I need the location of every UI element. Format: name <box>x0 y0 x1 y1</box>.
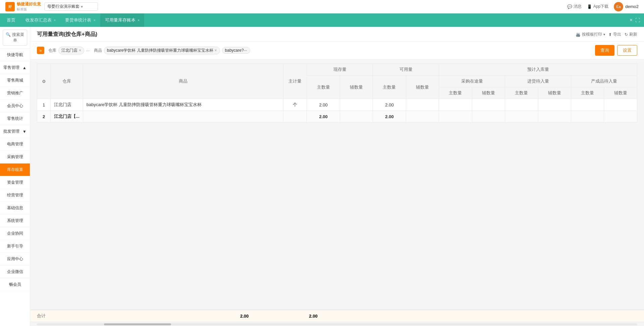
row1-avail-main: 2.00 <box>373 99 406 111</box>
th-available-group: 可用量 <box>373 64 439 76</box>
row2-arrival-main <box>505 111 538 123</box>
row1-stock-aux <box>340 99 373 111</box>
table-row: 2 江北门店【... 2.00 2.00 <box>37 111 637 123</box>
sidebar-item-wholesale[interactable]: 批发管理 ▼ <box>0 125 30 138</box>
warehouse-tag[interactable]: 江北门店 × <box>58 47 84 54</box>
row1-production-main <box>571 99 604 111</box>
total-available-main: 2.00 <box>309 314 317 319</box>
th-warehouse: 仓库 <box>51 64 83 99</box>
sidebar-item-retail-mgmt[interactable]: 零售管理 ▲ <box>0 61 30 74</box>
sidebar-item-retail-mall[interactable]: 零售商城 <box>0 74 30 87</box>
row2-index: 2 <box>37 111 51 123</box>
print-btn[interactable]: 🖨️ 按模板打印 ▾ <box>576 32 605 37</box>
th-unit: 主计量 <box>283 64 307 99</box>
filter-actions: 查询 设置 <box>595 45 637 56</box>
fullscreen-btn[interactable]: ⛶ <box>635 17 640 23</box>
sidebar-item-enterprise[interactable]: 企业协同 <box>0 227 30 240</box>
warehouse-dots[interactable]: ··· <box>86 48 90 53</box>
page-actions: 🖨️ 按模板打印 ▾ ⬆ 导出 ↻ 刷新 <box>576 32 637 37</box>
chevron-down-icon: ▾ <box>81 4 83 9</box>
row2-stock-main: 2.00 <box>307 111 340 123</box>
sidebar-item-ecommerce[interactable]: 电商管理 <box>0 138 30 151</box>
close-tab-receive[interactable]: × <box>54 18 56 22</box>
export-btn[interactable]: ⬆ 导出 <box>608 32 621 37</box>
sidebar-item-vip[interactable]: 畅会员 <box>0 278 30 291</box>
message-btn[interactable]: 💬 消息 <box>567 4 582 9</box>
row2-production-main <box>571 111 604 123</box>
sidebar-item-newbie[interactable]: 新手引导 <box>0 240 30 253</box>
close-all-tabs[interactable]: × <box>630 17 633 23</box>
remove-warehouse-tag[interactable]: × <box>79 48 81 53</box>
close-tab-order[interactable]: × <box>93 18 95 22</box>
query-button[interactable]: 查询 <box>595 45 614 56</box>
th-purchase-main: 主数量 <box>439 87 472 99</box>
search-menu-btn[interactable]: 🔍 搜索菜单 <box>3 30 27 46</box>
sidebar-item-operations[interactable]: 经营管理 <box>0 189 30 202</box>
top-bar-right: 💬 消息 📱 App下载 Ea demo2 <box>567 2 639 11</box>
tab-order[interactable]: 要货单统计表 × <box>60 13 100 27</box>
chevron-right-icon: » <box>39 48 42 53</box>
table-wrapper: ⚙ 仓库 商品 主计量 现存量 <box>30 59 644 310</box>
row1-arrival-aux <box>538 99 571 111</box>
refresh-btn[interactable]: ↻ 刷新 <box>625 32 637 37</box>
row2-product <box>83 111 283 123</box>
th-stock-group: 现存量 <box>307 64 373 76</box>
row2-avail-aux <box>406 111 439 123</box>
row2-unit <box>283 111 307 123</box>
print-icon: 🖨️ <box>576 32 581 37</box>
message-icon: 💬 <box>567 4 572 9</box>
app-icon: 📱 <box>587 4 592 9</box>
product-field: 商品 babycare学饮杯 儿童防摔防撞吸管杯重力球吸嘴杯宝宝水杯 × bab… <box>94 47 250 54</box>
scrollbar-area <box>30 322 644 326</box>
logo-text: 畅捷通好生意 标准版 <box>17 1 41 12</box>
sidebar-item-finance[interactable]: 资金管理 <box>0 176 30 189</box>
remove-product-tag1[interactable]: × <box>215 48 217 53</box>
search-icon: 🔍 <box>6 32 11 37</box>
page-header: 可用量查询(按仓库+商品) 🖨️ 按模板打印 ▾ ⬆ 导出 ↻ 刷新 <box>30 27 644 42</box>
refresh-icon: ↻ <box>625 32 628 37</box>
tab-receive[interactable]: 收发存汇总表 × <box>21 13 60 27</box>
content-area: 可用量查询(按仓库+商品) 🖨️ 按模板打印 ▾ ⬆ 导出 ↻ 刷新 <box>30 27 644 326</box>
sidebar-item-quick-nav[interactable]: 快捷导航 <box>0 49 30 61</box>
data-table: ⚙ 仓库 商品 主计量 现存量 <box>37 63 637 123</box>
th-gear[interactable]: ⚙ <box>37 64 51 99</box>
sidebar-item-retail-stats[interactable]: 零售统计 <box>0 112 30 125</box>
company-selector[interactable]: 母婴行业演示账套 ▾ <box>44 2 98 11</box>
chevron-down-icon: ▾ <box>603 33 605 36</box>
row2-warehouse: 江北门店【... <box>51 111 83 123</box>
th-production-aux: 辅数量 <box>604 87 637 99</box>
row1-purchase-main <box>439 99 472 111</box>
sidebar-item-wechat[interactable]: 企业微信 <box>0 266 30 278</box>
sidebar-item-inventory[interactable]: 库存核算 <box>0 164 30 176</box>
tab-home[interactable]: 首页 <box>1 13 21 27</box>
sidebar-item-system[interactable]: 系统管理 <box>0 215 30 227</box>
filter-expand-btn[interactable]: » <box>37 47 44 54</box>
tab-available[interactable]: 可用量库存账本 × <box>100 13 144 27</box>
sidebar-item-appstore[interactable]: 应用中心 <box>0 253 30 266</box>
logo-icon: 好 <box>5 2 15 11</box>
app-download-btn[interactable]: 📱 App下载 <box>587 4 608 9</box>
row1-warehouse: 江北门店 <box>51 99 83 111</box>
footer-values: 2.00 2.00 <box>46 314 637 319</box>
filter-bar: » 仓库 江北门店 × ··· 商品 babycare学饮杯 儿童防摔防撞吸管杯… <box>30 42 644 59</box>
row2-arrival-aux <box>538 111 571 123</box>
product-tag1[interactable]: babycare学饮杯 儿童防摔防撞吸管杯重力球吸嘴杯宝宝水杯 × <box>104 47 220 54</box>
scroll-thumb[interactable] <box>104 323 171 325</box>
sidebar-item-member[interactable]: 会员中心 <box>0 100 30 112</box>
settings-button[interactable]: 设置 <box>617 45 637 56</box>
user-area[interactable]: Ea demo2 <box>614 2 639 11</box>
logo-area: 好 畅捷通好生意 标准版 <box>5 1 41 12</box>
table-footer: 合计 2.00 2.00 <box>30 310 644 322</box>
row1-unit: 个 <box>283 99 307 111</box>
sidebar-item-purchase[interactable]: 采购管理 <box>0 151 30 164</box>
row2-production-aux <box>604 111 637 123</box>
horizontal-scrollbar[interactable] <box>37 323 637 325</box>
product-tag2[interactable]: babycare?··· <box>222 47 250 54</box>
th-stock-main: 主数量 <box>307 76 340 99</box>
close-tab-available[interactable]: × <box>138 18 140 22</box>
sidebar-item-basic[interactable]: 基础信息 <box>0 202 30 215</box>
th-avail-aux: 辅数量 <box>406 76 439 99</box>
sidebar: 🔍 搜索菜单 快捷导航 零售管理 ▲ 零售商城 营销推广 会员中心 零售统计 批… <box>0 27 30 326</box>
row1-index: 1 <box>37 99 51 111</box>
sidebar-item-marketing[interactable]: 营销推广 <box>0 87 30 100</box>
